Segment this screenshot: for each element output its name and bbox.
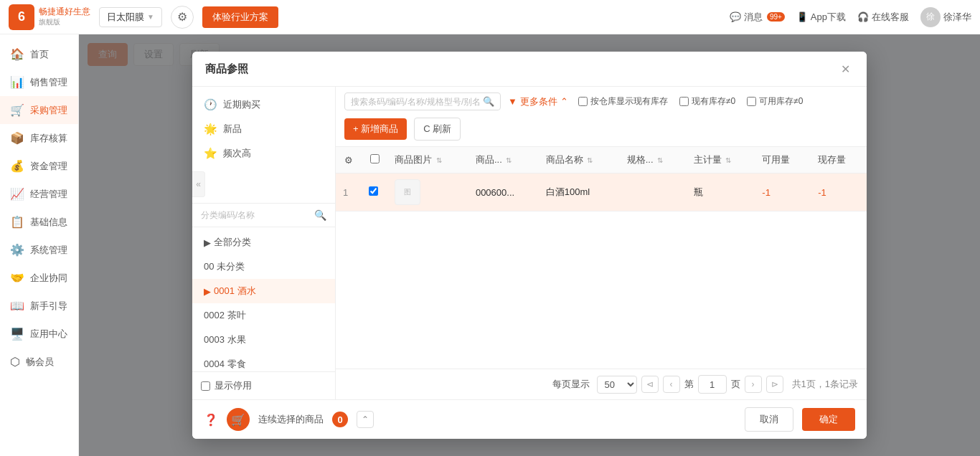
table-toolbar: 🔍 ▼ 更多条件 ⌃ 按仓库显示现有库存 (336, 87, 867, 147)
th-image: 商品图片 ⇅ (387, 147, 468, 174)
cta-button[interactable]: 体验行业方案 (202, 6, 278, 28)
sidebar-label: 采购管理 (30, 104, 67, 117)
sidebar-item-purchase[interactable]: 🛒 采购管理 (0, 96, 78, 124)
sidebar-item-collab[interactable]: 🤝 企业协同 (0, 264, 78, 292)
nav-dropdown[interactable]: 日太阳膜 ▼ (99, 7, 162, 27)
sidebar-item-system[interactable]: ⚙️ 系统管理 (0, 236, 78, 264)
table-row[interactable]: 1 图 000600... 白酒100ml (336, 174, 867, 212)
category-arrow: ▶ (204, 237, 211, 248)
sort-icon[interactable]: ⇅ (587, 156, 593, 164)
cb-warehouse-stock-input[interactable] (578, 97, 588, 106)
td-checkbox[interactable] (362, 174, 387, 212)
home-icon: 🏠 (10, 47, 24, 61)
th-settings[interactable]: ⚙ (336, 147, 362, 174)
page-last-button[interactable]: ⊳ (766, 376, 783, 393)
quick-item-new[interactable]: 🌟 新品 (192, 117, 335, 141)
cb-warehouse-stock[interactable]: 按仓库显示现有库存 (578, 95, 668, 108)
confirm-button[interactable]: 确定 (802, 408, 855, 431)
cb-available-stock[interactable]: 可用库存≠0 (747, 95, 803, 108)
sort-icon[interactable]: ⇅ (657, 156, 663, 164)
category-search-input[interactable] (201, 210, 311, 220)
purchase-icon: 🛒 (10, 103, 24, 117)
member-icon: ⬡ (10, 355, 20, 369)
add-product-button[interactable]: + 新增商品 (344, 118, 407, 140)
filter-button[interactable]: ▼ 更多条件 ⌃ (508, 95, 568, 108)
finance-icon: 💰 (10, 159, 24, 173)
page-info: 共1页，1条记录 (792, 378, 858, 391)
sort-icon[interactable]: ⇅ (506, 156, 512, 164)
quick-item-label: 近期购买 (223, 98, 260, 111)
td-stock: -1 (811, 174, 867, 212)
quick-item-label: 频次高 (223, 147, 251, 160)
sort-icon[interactable]: ⇅ (436, 156, 442, 164)
message-badge: 99+ (767, 12, 785, 22)
product-search-input[interactable] (351, 97, 480, 107)
cb-current-stock[interactable]: 现有库存≠0 (679, 95, 735, 108)
category-item-all[interactable]: ▶ 全部分类 (192, 230, 335, 255)
nav-user[interactable]: 徐 徐泽华 (920, 7, 971, 27)
sidebar-item-home[interactable]: 🏠 首页 (0, 40, 78, 68)
cb-label-text: 现有库存≠0 (692, 95, 735, 108)
sort-icon[interactable]: ⇅ (725, 156, 731, 164)
show-disabled-input[interactable] (201, 381, 210, 391)
select-all-checkbox[interactable] (370, 154, 380, 163)
nav-messages[interactable]: 💬 消息 99+ (730, 11, 785, 24)
category-item-0004[interactable]: 0004 零食 (192, 352, 335, 371)
show-disabled-label: 显示停用 (215, 379, 252, 392)
category-item-0002[interactable]: 0002 茶叶 (192, 303, 335, 328)
show-disabled-checkbox[interactable]: 显示停用 (201, 379, 252, 392)
quick-item-recent[interactable]: 🕐 近期购买 (192, 92, 335, 117)
th-checkbox[interactable] (362, 147, 387, 174)
category-search-icon[interactable]: 🔍 (314, 209, 326, 221)
product-image: 图 (395, 179, 420, 205)
continuous-select-label: 连续选择的商品 (258, 413, 324, 426)
category-item-0003[interactable]: 0003 水果 (192, 328, 335, 352)
cancel-button[interactable]: 取消 (745, 407, 793, 432)
message-icon: 💬 (730, 11, 741, 22)
search-icon[interactable]: 🔍 (483, 96, 494, 107)
page-first-button[interactable]: ⊲ (641, 376, 659, 393)
product-search-bar: 🔍 (344, 92, 501, 110)
sidebar-item-inventory[interactable]: 📦 库存核算 (0, 124, 78, 152)
page-size-select[interactable]: 50 100 200 (597, 376, 637, 394)
sidebar-item-member[interactable]: ⬡ 畅会员 (0, 348, 78, 376)
sidebar-item-basic-info[interactable]: 📋 基础信息 (0, 208, 78, 236)
sidebar-label: 销售管理 (30, 76, 67, 89)
sidebar-item-finance[interactable]: 💰 资金管理 (0, 152, 78, 180)
apps-icon: 🖥️ (10, 327, 24, 341)
th-name: 商品名称 ⇅ (539, 147, 620, 174)
headset-icon: 🎧 (857, 11, 869, 22)
page-prev-button[interactable]: ‹ (663, 376, 680, 393)
logo-text: 畅捷通好生意 (39, 6, 90, 18)
page-number-input[interactable] (698, 375, 727, 394)
collapse-button[interactable]: « (192, 171, 205, 197)
category-tree: ▶ 全部分类 00 未分类 ▶ 0001 酒水 0002 茶 (192, 227, 335, 371)
refresh-button[interactable]: C 刷新 (414, 118, 461, 141)
sidebar-item-apps[interactable]: 🖥️ 应用中心 (0, 320, 78, 348)
cb-available-stock-input[interactable] (747, 97, 756, 106)
sidebar-item-sales[interactable]: 📊 销售管理 (0, 68, 78, 96)
collapse-up-button[interactable]: ⌃ (357, 411, 374, 428)
main-layout: 🏠 首页 📊 销售管理 🛒 采购管理 📦 库存核算 💰 资金管理 📈 经营管理 … (0, 34, 980, 456)
cart-button[interactable]: 🛒 (227, 408, 250, 431)
help-icon[interactable]: ❓ (204, 413, 218, 427)
td-spec (620, 174, 687, 212)
logo-icon: 6 (9, 4, 34, 30)
row-checkbox[interactable] (369, 186, 378, 196)
td-name: 白酒100ml (539, 174, 620, 212)
category-item-0001[interactable]: ▶ 0001 酒水 (192, 279, 335, 303)
nav-customer-service[interactable]: 🎧 在线客服 (857, 11, 909, 24)
category-item-00[interactable]: 00 未分类 (192, 255, 335, 279)
quick-item-frequent[interactable]: ⭐ 频次高 (192, 141, 335, 166)
gear-icon[interactable]: ⚙ (171, 6, 194, 29)
modal-header: 商品参照 ✕ (192, 52, 867, 87)
nav-app-download[interactable]: 📱 App下载 (796, 11, 846, 24)
modal-close-button[interactable]: ✕ (837, 60, 854, 77)
page-next-button[interactable]: › (745, 376, 762, 393)
cb-current-stock-input[interactable] (679, 97, 689, 106)
page-label-text: 第 (684, 378, 694, 391)
sidebar-item-guide[interactable]: 📖 新手引导 (0, 292, 78, 320)
sidebar-item-operations[interactable]: 📈 经营管理 (0, 180, 78, 208)
modal-footer: ❓ 🛒 连续选择的商品 0 ⌃ 取消 确定 (192, 399, 867, 439)
collab-icon: 🤝 (10, 271, 24, 285)
